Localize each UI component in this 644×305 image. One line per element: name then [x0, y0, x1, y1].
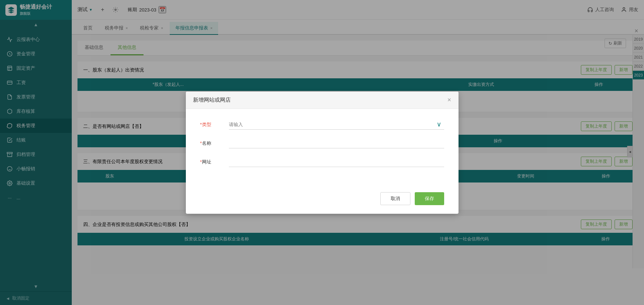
dialog-close-button[interactable]: × — [447, 97, 451, 103]
dialog-overlay[interactable]: 新增网站或网店 × *类型 ∨ *名称 — [0, 0, 644, 305]
dialog-title: 新增网站或网店 — [193, 97, 231, 103]
name-input[interactable] — [229, 138, 444, 148]
type-label: *类型 — [200, 121, 222, 128]
dialog-footer: 取消 保存 — [186, 186, 459, 214]
name-label-text: 名称 — [202, 140, 211, 146]
save-button[interactable]: 保存 — [415, 192, 444, 205]
dialog-body: *类型 ∨ *名称 *网址 — [186, 109, 459, 186]
name-label: *名称 — [200, 140, 222, 147]
form-row-url: *网址 — [200, 157, 444, 167]
url-label-text: 网址 — [202, 159, 211, 165]
type-input[interactable] — [229, 120, 444, 129]
url-input-wrap — [229, 157, 444, 167]
add-website-dialog: 新增网站或网店 × *类型 ∨ *名称 — [186, 92, 459, 214]
dialog-header: 新增网站或网店 × — [186, 92, 459, 109]
cancel-button[interactable]: 取消 — [380, 192, 410, 205]
url-input[interactable] — [229, 157, 444, 167]
type-label-text: 类型 — [202, 122, 211, 127]
form-row-type: *类型 ∨ — [200, 120, 444, 130]
form-row-name: *名称 — [200, 138, 444, 148]
type-input-wrap: ∨ — [229, 120, 444, 130]
url-label: *网址 — [200, 159, 222, 165]
name-input-wrap — [229, 138, 444, 148]
